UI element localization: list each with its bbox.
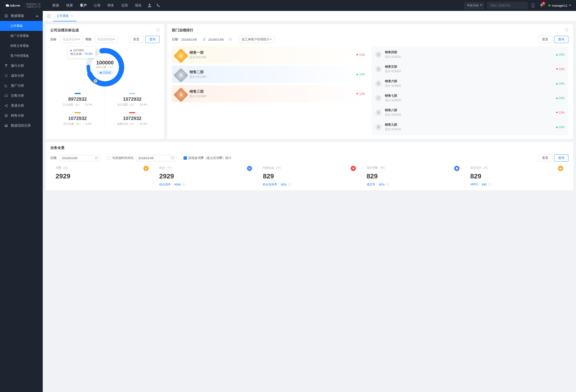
overview-cell-2: 有效机会（个）829机会有效率：80%?: [258, 166, 361, 186]
reset-button[interactable]: 重置: [538, 154, 552, 162]
rank-row-5[interactable]: 5销售五部流水 ¥1902012%: [372, 62, 568, 76]
rank-sub: 流水 ¥10,900: [189, 55, 353, 60]
card-business-overview: 业务全景 日期 2018/01/08 与其他时间对比 2018/01/08 按现…: [46, 142, 573, 190]
card-title: 公司业绩目标达成: [50, 28, 79, 32]
overview-label: 成交流水（元）: [470, 166, 490, 170]
rank-item-2[interactable]: 2销售二部流水 ¥10,90010%: [172, 66, 369, 83]
tab-close-icon[interactable]: ✕: [71, 14, 73, 18]
nav-public[interactable]: 公海: [94, 3, 100, 8]
date-to-label: 至: [203, 37, 206, 42]
refresh-icon: [4, 74, 8, 78]
rank-name: 销售七部: [385, 94, 552, 98]
tab-company-board[interactable]: 公司看板 ✕: [53, 11, 76, 21]
status-dot: [548, 4, 550, 6]
sidebar-company-board[interactable]: 公司看板: [0, 21, 43, 31]
sidebar-funnel[interactable]: 漏斗分析: [0, 61, 43, 71]
sidebar-channel[interactable]: 渠道分析: [0, 101, 43, 111]
date-label: 日期: [50, 156, 57, 160]
reset-button[interactable]: 重置: [538, 36, 552, 43]
rank-row-9[interactable]: 9销售九部流水 ¥1902010%: [372, 120, 568, 134]
svg-rect-20: [559, 168, 562, 169]
sidebar-flow[interactable]: 数据流转记录: [0, 121, 43, 131]
metric-icon: [247, 166, 252, 171]
sidebar-manager-board[interactable]: 客户经理看板: [0, 51, 43, 61]
nav-finance[interactable]: 财务: [108, 3, 114, 8]
svg-text:云朵CRM: 云朵CRM: [10, 4, 20, 7]
rank-pct: 12%: [356, 53, 365, 57]
rank-name: 销售八部: [385, 108, 552, 112]
rank-sub: 流水 ¥10,900: [189, 94, 353, 98]
rank-row-4[interactable]: 4销售四部流水 ¥1902010%: [372, 47, 568, 62]
rank-item-1[interactable]: 1销售一部流水 ¥10,90012%: [172, 46, 369, 63]
date-input-1[interactable]: 2018/01/08: [60, 155, 100, 161]
target-icon: [4, 114, 8, 118]
overview-cell-3: 成交单数（单）829成交率：80%?: [361, 166, 465, 186]
query-button[interactable]: 查询: [554, 36, 568, 43]
rank-row-6[interactable]: 6销售六部流水 ¥1902010%: [372, 76, 568, 91]
sidebar-cost[interactable]: 成本分析: [0, 71, 43, 81]
tab-menu-toggle[interactable]: [46, 13, 52, 20]
sidebar-sales-board[interactable]: 销售主管看板: [0, 41, 43, 51]
rank-name: 销售六部: [385, 79, 552, 83]
top-bar: 云朵CRM 教育机构一站式服务云平台 数据 线索 客户 公海 财务 运营 报名 …: [0, 0, 576, 11]
expand-button[interactable]: [156, 28, 160, 32]
sidebar-group-dashboard[interactable]: 数据看板: [0, 11, 43, 21]
logo-subtitle: 教育机构一站式服务云平台: [25, 3, 41, 8]
rank-sub: 流水 ¥19020: [385, 127, 552, 131]
rank-number: 8: [375, 110, 381, 116]
card-title: 业务全景: [50, 146, 568, 150]
cash-checkbox[interactable]: 按现金消费（返点后消费）统计: [183, 156, 231, 160]
period-select[interactable]: 请选择周期: [95, 36, 118, 43]
stat-completed: 8972932 已完成量（元）70.9%: [50, 91, 105, 109]
compare-checkbox[interactable]: 与其他时间对比: [107, 156, 134, 160]
target-select[interactable]: 请选择目标: [60, 36, 83, 43]
calendar-icon: [229, 38, 232, 41]
sidebar-promo-board[interactable]: 推广主管看板: [0, 31, 43, 41]
reset-button[interactable]: 重置: [129, 36, 144, 43]
help-icon[interactable]: ?: [488, 183, 491, 186]
expand-button[interactable]: [565, 28, 568, 32]
rank-row-7[interactable]: 7销售七部流水 ¥1902010%: [372, 91, 568, 105]
search-type-select[interactable]: 手机号码: [464, 2, 484, 9]
card-title: 部门业绩排行: [172, 28, 193, 32]
nav-operations[interactable]: 运营: [121, 3, 128, 8]
search-input[interactable]: [489, 2, 527, 8]
overview-label: 机会（个）: [159, 166, 173, 170]
help-icon[interactable]: ?: [288, 183, 291, 186]
sidebar-promo[interactable]: 推广分析: [0, 81, 43, 91]
date-to[interactable]: 2018/01/08: [208, 37, 232, 43]
nav-customers[interactable]: 客户: [80, 3, 87, 8]
svg-rect-4: [6, 14, 8, 16]
stat-type-select[interactable]: 按工单客户经理统计: [239, 36, 275, 43]
sidebar-visitor[interactable]: 访客分析: [0, 91, 43, 101]
checkbox-checked: [183, 156, 187, 160]
rank-number: 9: [375, 124, 381, 130]
user-icon[interactable]: [147, 3, 152, 8]
query-button[interactable]: 查询: [145, 36, 160, 43]
date-from[interactable]: 2018/01/08: [181, 37, 201, 43]
metric-icon: [454, 166, 460, 171]
nav-data[interactable]: 数据: [53, 3, 59, 8]
overview-foot: 机会成本：¥948?: [159, 182, 252, 186]
sidebar-sales[interactable]: 销售分析: [0, 111, 43, 121]
user-menu[interactable]: manager11: [548, 4, 571, 7]
svg-point-11: [5, 115, 7, 116]
query-button[interactable]: 查询: [554, 154, 568, 162]
rank-item-3[interactable]: 3销售三部流水 ¥10,90012%: [172, 85, 369, 102]
help-icon[interactable]: ?: [386, 183, 389, 186]
help-icon[interactable]: ?: [182, 183, 185, 186]
chevron-up-icon: [36, 14, 38, 18]
filter-row: 日期 2018/01/08 与其他时间对比 2018/01/08 按现金消费（返…: [50, 154, 568, 162]
rank-list: 4销售四部流水 ¥1902010%5销售五部流水 ¥1902012%6销售六部流…: [372, 46, 568, 135]
rank-row-8[interactable]: 8销售八部流水 ¥1902012%: [372, 105, 568, 120]
rank-name: 销售二部: [189, 70, 353, 74]
date-input-2[interactable]: 2018/01/08: [136, 155, 176, 161]
notifications[interactable]: 5: [539, 3, 544, 8]
mobile-icon[interactable]: [531, 3, 535, 8]
phone-icon[interactable]: [156, 3, 160, 8]
rank-number: 7: [375, 95, 381, 101]
overview-grid: 消费（元）2929机会（个）2929机会成本：¥948?有效机会（个）829机会…: [50, 166, 568, 186]
nav-leads[interactable]: 线索: [66, 3, 73, 8]
nav-signup[interactable]: 报名: [135, 3, 142, 8]
svg-rect-18: [172, 157, 174, 159]
